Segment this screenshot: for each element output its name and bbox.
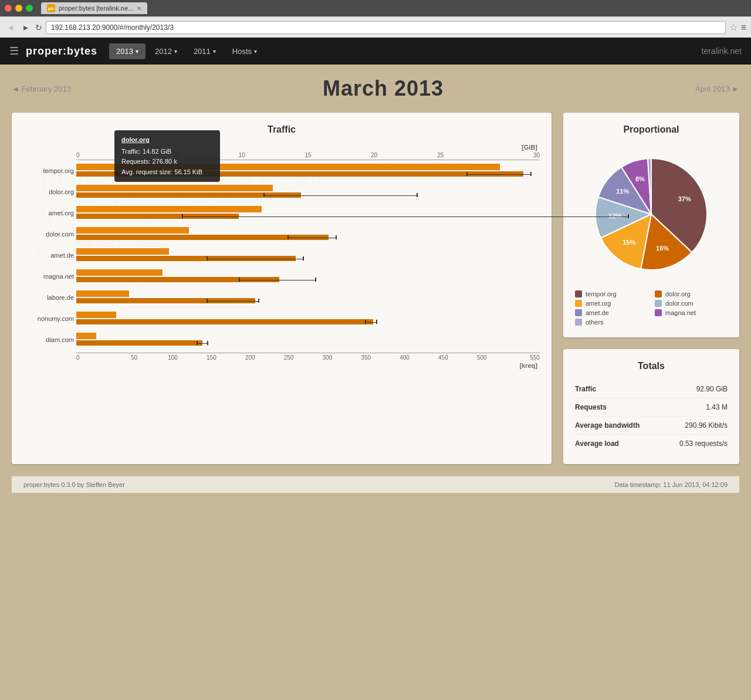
tooltip-requests: Requests: 276.80 k bbox=[121, 157, 213, 167]
legend-color-5 bbox=[655, 309, 662, 316]
kreq-x-axis: 0 50 100 150 200 250 300 350 400 450 500… bbox=[76, 353, 540, 361]
charts-row: Traffic dolor.org Traffic: 14.82 GiB Req… bbox=[12, 113, 739, 464]
gib-bar-3 bbox=[76, 227, 189, 234]
bar-rows-container: tempor.orgdolor.orgamet.orgdolor.comamet… bbox=[76, 163, 540, 348]
totals-row-3: Average load0.53 requests/s bbox=[575, 435, 728, 452]
close-btn[interactable] bbox=[5, 5, 12, 12]
nav-2013-label: 2013 bbox=[116, 47, 133, 56]
legend-color-4 bbox=[575, 309, 582, 316]
nav-item-2011[interactable]: 2011 ▾ bbox=[187, 43, 223, 59]
bar-row-1[interactable]: dolor.org bbox=[76, 184, 540, 200]
bar-label-0: tempor.org bbox=[22, 167, 74, 174]
bar-label-6: labore.de bbox=[22, 294, 74, 301]
error-bar-4 bbox=[207, 256, 304, 261]
legend-label-1: dolor.org bbox=[665, 290, 691, 297]
tab-favicon: pb bbox=[47, 4, 55, 12]
totals-row-0: Traffic92.90 GiB bbox=[575, 380, 728, 398]
nav-item-hosts[interactable]: Hosts ▾ bbox=[225, 43, 264, 59]
tooltip-title: dolor.org bbox=[121, 135, 213, 146]
nav-item-2012[interactable]: 2012 ▾ bbox=[148, 43, 184, 59]
nav-2011-caret: ▾ bbox=[213, 48, 216, 55]
legend-item-3: dolor.com bbox=[655, 300, 728, 307]
legend-color-3 bbox=[655, 300, 662, 307]
forward-button[interactable]: ▸ bbox=[20, 21, 32, 34]
totals-table: Traffic92.90 GiBRequests1.43 MAverage ba… bbox=[575, 380, 728, 452]
legend-label-4: amet.de bbox=[586, 309, 609, 316]
next-month-link[interactable]: April 2013 ► bbox=[695, 84, 739, 93]
reload-button[interactable]: ↻ bbox=[35, 23, 42, 32]
tab-close-icon[interactable]: ✕ bbox=[137, 5, 141, 12]
error-bar-2 bbox=[182, 214, 629, 218]
totals-panel: Totals Traffic92.90 GiBRequests1.43 MAve… bbox=[563, 349, 739, 464]
legend-item-2: amet.org bbox=[575, 300, 648, 307]
traffic-panel: Traffic dolor.org Traffic: 14.82 GiB Req… bbox=[12, 113, 552, 464]
page-title: March 2013 bbox=[323, 76, 444, 101]
kreq-bar-8 bbox=[76, 340, 202, 346]
pie-label-0: 37% bbox=[678, 195, 691, 202]
legend-color-2 bbox=[575, 300, 582, 307]
gib-bar-7 bbox=[76, 312, 116, 318]
prev-month-link[interactable]: ◄ February 2013 bbox=[12, 84, 71, 93]
legend-label-6: others bbox=[586, 319, 604, 326]
minimize-btn[interactable] bbox=[15, 5, 22, 12]
gib-axis-label: [GiB] bbox=[522, 144, 537, 151]
legend-item-6: others bbox=[575, 319, 648, 326]
nav-2013-caret: ▾ bbox=[136, 48, 138, 55]
error-bar-5 bbox=[239, 278, 316, 282]
hamburger-icon[interactable]: ☰ bbox=[9, 45, 19, 58]
tooltip-avg: Avg. request size: 56.15 KiB bbox=[121, 167, 213, 178]
nav-item-2013[interactable]: 2013 ▾ bbox=[109, 43, 146, 59]
bar-row-8[interactable]: diam.com bbox=[76, 332, 540, 348]
bar-row-6[interactable]: labore.de bbox=[76, 289, 540, 306]
gib-bar-1 bbox=[76, 185, 273, 191]
browser-titlebar: pb proper:bytes [teralink.ne... ✕ bbox=[0, 0, 751, 16]
gib-bar-4 bbox=[76, 248, 169, 255]
bar-label-1: dolor.org bbox=[22, 188, 74, 195]
legend-item-0: tempor.org bbox=[575, 290, 648, 297]
traffic-chart-title: Traffic bbox=[23, 124, 540, 135]
proportional-panel: Proportional 37%16%15%12%11%8% tempor.or… bbox=[563, 113, 739, 337]
bar-row-4[interactable]: amet.de bbox=[76, 247, 540, 263]
footer-right: Data timestamp: 11 Jun 2013, 04:12:09 bbox=[614, 481, 728, 488]
right-panels: Proportional 37%16%15%12%11%8% tempor.or… bbox=[563, 113, 739, 464]
main-content: ◄ February 2013 March 2013 April 2013 ► … bbox=[0, 65, 751, 505]
error-bar-3 bbox=[287, 235, 336, 239]
legend-item-1: dolor.org bbox=[655, 290, 728, 297]
totals-label-0: Traffic bbox=[575, 385, 596, 393]
gib-bar-2 bbox=[76, 206, 262, 212]
totals-label-1: Requests bbox=[575, 403, 607, 411]
bar-row-3[interactable]: dolor.com bbox=[76, 226, 540, 242]
pie-label-5: 8% bbox=[635, 175, 645, 182]
app-brand: proper:bytes bbox=[26, 45, 97, 58]
gib-bar-5 bbox=[76, 269, 163, 276]
bar-row-5[interactable]: magna.net bbox=[76, 268, 540, 285]
legend-label-0: tempor.org bbox=[586, 290, 617, 297]
bookmark-button[interactable]: ☆ bbox=[729, 22, 738, 33]
bar-label-8: diam.com bbox=[22, 336, 74, 343]
bar-row-2[interactable]: amet.org bbox=[76, 205, 540, 221]
kreq-axis-label: [kreq] bbox=[519, 362, 537, 369]
legend-label-2: amet.org bbox=[586, 300, 611, 307]
maximize-btn[interactable] bbox=[26, 5, 33, 12]
back-button[interactable]: ◂ bbox=[5, 21, 16, 34]
nav-hosts-label: Hosts bbox=[232, 47, 252, 56]
legend-label-5: magna.net bbox=[665, 309, 696, 316]
totals-value-2: 290.96 Kibit/s bbox=[685, 421, 728, 430]
totals-row-2: Average bandwidth290.96 Kibit/s bbox=[575, 417, 728, 435]
bar-label-3: dolor.com bbox=[22, 231, 74, 238]
bar-row-7[interactable]: nonumy.com bbox=[76, 310, 540, 327]
legend-label-3: dolor.com bbox=[665, 300, 694, 307]
totals-title: Totals bbox=[575, 361, 728, 371]
chart-tooltip: dolor.org Traffic: 14.82 GiB Requests: 2… bbox=[114, 130, 220, 182]
legend-color-0 bbox=[575, 290, 582, 297]
menu-button[interactable]: ≡ bbox=[741, 22, 746, 33]
browser-tab[interactable]: pb proper:bytes [teralink.ne... ✕ bbox=[41, 2, 147, 14]
site-name: teralink.net bbox=[702, 46, 742, 56]
pie-label-2: 15% bbox=[623, 239, 635, 246]
address-bar[interactable] bbox=[46, 21, 726, 34]
nav-2012-label: 2012 bbox=[155, 47, 172, 56]
bar-label-7: nonumy.com bbox=[22, 315, 74, 322]
bar-label-5: magna.net bbox=[22, 273, 74, 280]
error-bar-7 bbox=[365, 320, 377, 324]
app-footer: proper:bytes 0.3.0 by Steffen Beyer Data… bbox=[12, 476, 739, 493]
